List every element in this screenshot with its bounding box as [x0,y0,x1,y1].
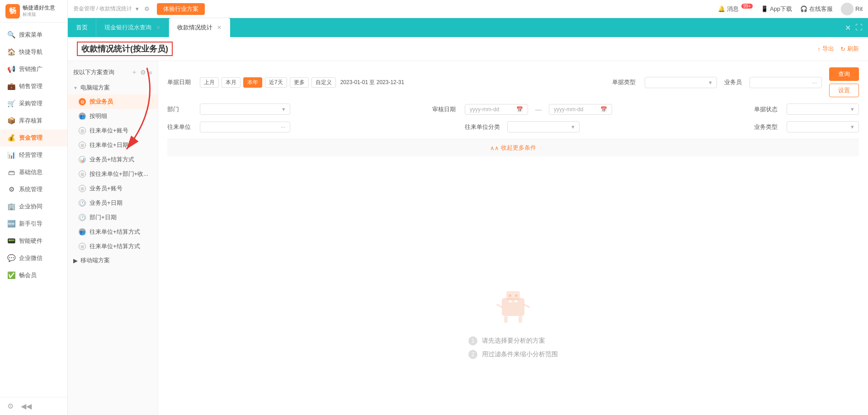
svg-point-2 [509,294,511,297]
purchase-icon: 🛒 [7,99,15,108]
scheme-settings-icon[interactable]: ⚙ [140,69,146,76]
tab-home[interactable]: 首页 [68,18,96,37]
date-btn-more[interactable]: 更多 [290,77,309,88]
people-icon: 👥 [79,228,86,236]
sidebar-item-enterprise[interactable]: 🏢企业协同 [0,198,67,215]
scheme-mobile-group-title[interactable]: ▶ 移动端方案 [68,254,158,267]
sidebar-item-finance[interactable]: 💰资金管理 [0,129,67,146]
date-label: 单据日期 [167,78,193,86]
app-download-btn[interactable]: 📱 App下载 [761,5,792,13]
empty-step-2: 2 用过滤条件来缩小分析范围 [468,350,558,359]
scheme-item-partner-method1[interactable]: 👥 往来单位+结算方式 [68,225,158,239]
window-close-icon[interactable]: ✕ [845,24,851,32]
member-icon: ✅ [7,271,15,279]
sidebar-item-quicknav[interactable]: 🏠快捷导航 [0,43,67,61]
salesperson-select[interactable]: ··· [750,77,822,88]
sidebar-item-hardware[interactable]: 📟智能硬件 [0,232,67,250]
filter-row-3: 往来单位 ··· 往来单位分类 ▾ 业务类型 [167,121,859,132]
biz-type-select[interactable]: ▾ [787,121,859,132]
date-quick-btns: 上月 本月 本年 近7天 更多 自定义 2023-01-01 至 2023-12… [200,77,404,88]
partner-more-icon[interactable]: ··· [281,124,285,130]
topbar-gear-icon[interactable]: ⚙ [144,5,150,12]
sidebar-item-master[interactable]: 🗃基础信息 [0,164,67,181]
review-date-from-input[interactable]: yyyy-mm-dd 📅 [465,104,528,115]
scheme-add-icon[interactable]: ＋ [131,68,137,76]
partner-label: 往来单位 [167,123,193,131]
filter-area: 单据日期 上月 本月 本年 近7天 更多 自定义 2023-01-01 至 20… [158,61,868,226]
step-num-2: 2 [468,350,477,359]
scheme-desktop-group-title[interactable]: ▼ 电脑端方案 [68,81,158,94]
sidebar-label-member: 畅会员 [19,271,37,279]
date-btn-this-month[interactable]: 本月 [222,77,241,88]
sidebar-item-wechat[interactable]: 💬企业微信 [0,250,67,267]
svg-rect-4 [509,300,512,302]
messages-btn[interactable]: 🔔 消息 99+ [718,5,753,13]
logo-icon: 畅 [5,4,20,19]
sidebar-item-marketing[interactable]: 📢营销推广 [0,61,67,78]
trial-btn[interactable]: 体验行业方案 [157,3,205,15]
logo-sub: 标准版 [23,11,55,18]
scheme-item-by-detail[interactable]: 👥 按明细 [68,109,158,123]
breadcrumb-chevron-icon[interactable]: ▾ [136,5,139,12]
dept-select[interactable]: ▾ [200,104,290,115]
sidebar-item-system[interactable]: ⚙系统管理 [0,181,67,198]
salesperson-label: 业务员 [724,78,742,86]
scheme-item-partner-method2[interactable]: ⊞ 往来单位+结算方式 [68,239,158,254]
sidebar-item-sales[interactable]: 💼销售管理 [0,78,67,95]
calendar-icon-1: 📅 [516,106,523,113]
partner-category-select[interactable]: ▾ [507,121,580,132]
sidebar-item-operations[interactable]: 📊经营管理 [0,146,67,164]
main-area: 资金管理 / 收款情况统计 ▾ ⚙ 体验行业方案 🔔 消息 99+ 📱 App下… [68,18,868,415]
sidebar-item-member[interactable]: ✅畅会员 [0,267,67,284]
scheme-item-salesperson-date[interactable]: 🕐 业务员+日期 [68,196,158,210]
scheme-collapse-icon[interactable]: « [149,69,152,76]
date-btn-last-month[interactable]: 上月 [200,77,219,88]
sidebar-label-finance: 资金管理 [19,134,42,142]
page-header: 收款情况统计(按业务员) ↑ 导出 ↻ 刷新 [68,37,868,61]
sidebar-item-inventory[interactable]: 📦库存核算 [0,112,67,129]
export-btn[interactable]: ↑ 导出 [818,45,835,53]
quicknav-icon: 🏠 [7,48,15,56]
settings-icon[interactable]: ⚙ [7,402,14,410]
scheme-item-salesperson-method[interactable]: 📊 业务员+结算方式 [68,152,158,167]
scheme-desktop-group: ▼ 电脑端方案 ⊙ 按业务员 👥 按明细 ⊞ 往来单位+账号 [68,81,158,254]
breadcrumb: 资金管理 / 收款情况统计 [73,5,132,13]
type-chevron-icon: ▾ [709,79,712,86]
logo-text: 畅捷通好生意 [23,5,55,12]
online-service-label: 在线客服 [809,5,833,13]
type-select[interactable]: ▾ [645,77,717,88]
collection-tab-close-icon[interactable]: ✕ [217,24,222,31]
doc-status-select[interactable]: ▾ [787,104,859,115]
scheme-item-partner-date[interactable]: ⊞ 往来单位+日期 [68,138,158,152]
refresh-btn[interactable]: ↻ 刷新 [840,45,859,53]
date-btn-this-year[interactable]: 本年 [243,77,262,88]
date-btn-7days[interactable]: 近7天 [265,77,287,88]
user-avatar[interactable]: Rit [841,3,863,15]
online-service-btn[interactable]: 🎧 在线客服 [800,5,833,13]
tab-collection[interactable]: 收款情况统计 ✕ [169,18,230,37]
scheme-item-by-salesperson[interactable]: ⊙ 按业务员 [68,94,158,109]
settings-btn[interactable]: 设置 [829,84,859,97]
scheme-item-partner-account[interactable]: ⊞ 往来单位+账号 [68,123,158,138]
sidebar-item-search[interactable]: 🔍搜索菜单 [0,26,67,43]
scheme-item-salesperson-account[interactable]: ⊞ 业务员+账号 [68,181,158,196]
window-maximize-icon[interactable]: ⛶ [855,24,863,32]
chart-icon: 📊 [79,156,86,163]
date-btn-custom[interactable]: 自定义 [311,77,336,88]
sidebar-label-quicknav: 快捷导航 [19,48,42,56]
collapse-sidebar-icon[interactable]: ◀◀ [21,402,32,410]
sidebar-item-guide[interactable]: 🆕新手引导 [0,215,67,232]
sidebar-item-purchase[interactable]: 🛒采购管理 [0,95,67,112]
bank-tab-close-icon[interactable]: ✕ [156,24,160,31]
scheme-item-dept-date[interactable]: 🕐 部门+日期 [68,210,158,225]
collapse-bar[interactable]: ∧∧ 收起更多条件 [167,139,859,156]
review-date-to-input[interactable]: yyyy-mm-dd 📅 [549,104,612,115]
scheme-item-partner-dept[interactable]: ⊞ 按往来单位+部门+收... [68,167,158,181]
step-num-1: 1 [468,336,477,345]
partner-select[interactable]: ··· [200,122,290,132]
query-btn[interactable]: 查询 [829,67,859,81]
marketing-icon: 📢 [7,65,15,73]
tab-bank[interactable]: 现金银行流水查询 ✕ [96,18,169,37]
svg-rect-6 [504,316,508,323]
bell-icon: 🔔 [718,5,725,12]
